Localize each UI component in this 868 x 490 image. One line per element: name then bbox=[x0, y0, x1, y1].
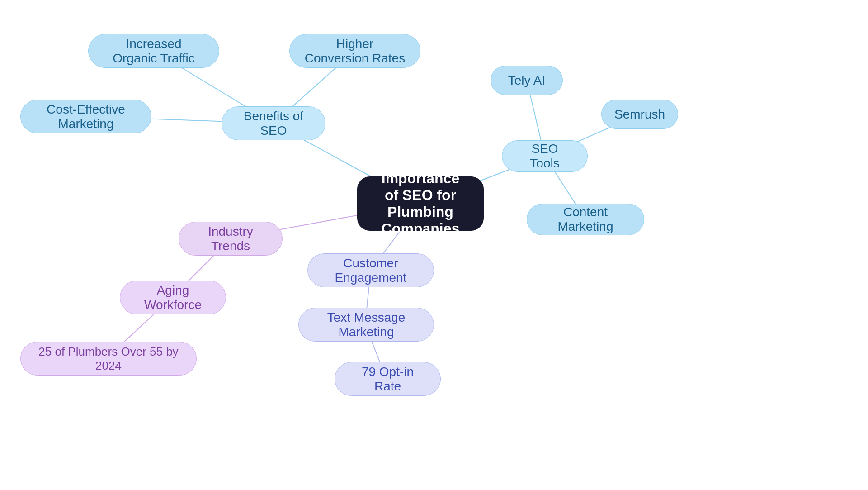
text-message-node[interactable]: Text Message Marketing bbox=[298, 308, 434, 342]
increased-traffic-node[interactable]: Increased Organic Traffic bbox=[88, 34, 219, 68]
customer-engagement-node[interactable]: Customer Engagement bbox=[307, 253, 434, 287]
text-message-label: Text Message Marketing bbox=[312, 310, 420, 339]
content-marketing-node[interactable]: Content Marketing bbox=[527, 204, 644, 235]
tely-ai-node[interactable]: Tely AI bbox=[491, 66, 563, 95]
seo-tools-node[interactable]: SEO Tools bbox=[502, 140, 588, 172]
industry-trends-label: Industry Trends bbox=[193, 224, 269, 253]
content-marketing-label: Content Marketing bbox=[541, 205, 630, 234]
center-node[interactable]: Importance of SEO for Plumbing Companies bbox=[357, 176, 484, 231]
opt-in-node[interactable]: 79 Opt-in Rate bbox=[335, 362, 441, 396]
plumbers-stat-label: 25 of Plumbers Over 55 by 2024 bbox=[34, 345, 183, 373]
cost-effective-label: Cost-Effective Marketing bbox=[34, 102, 137, 131]
tely-ai-label: Tely AI bbox=[508, 73, 545, 88]
benefits-seo-node[interactable]: Benefits of SEO bbox=[222, 106, 326, 140]
aging-workforce-label: Aging Workforce bbox=[134, 283, 212, 312]
seo-tools-label: SEO Tools bbox=[516, 142, 574, 171]
semrush-label: Semrush bbox=[614, 107, 665, 122]
customer-engagement-label: Customer Engagement bbox=[321, 256, 420, 285]
higher-conversion-label: Higher Conversion Rates bbox=[303, 37, 406, 66]
opt-in-label: 79 Opt-in Rate bbox=[349, 365, 427, 394]
higher-conversion-node[interactable]: Higher Conversion Rates bbox=[289, 34, 420, 68]
plumbers-stat-node[interactable]: 25 of Plumbers Over 55 by 2024 bbox=[20, 342, 197, 376]
increased-traffic-label: Increased Organic Traffic bbox=[102, 37, 205, 66]
industry-trends-node[interactable]: Industry Trends bbox=[179, 222, 283, 256]
aging-workforce-node[interactable]: Aging Workforce bbox=[120, 281, 226, 314]
cost-effective-node[interactable]: Cost-Effective Marketing bbox=[20, 100, 151, 133]
semrush-node[interactable]: Semrush bbox=[601, 100, 678, 129]
center-label: Importance of SEO for Plumbing Companies bbox=[373, 170, 467, 237]
benefits-seo-label: Benefits of SEO bbox=[236, 109, 311, 138]
